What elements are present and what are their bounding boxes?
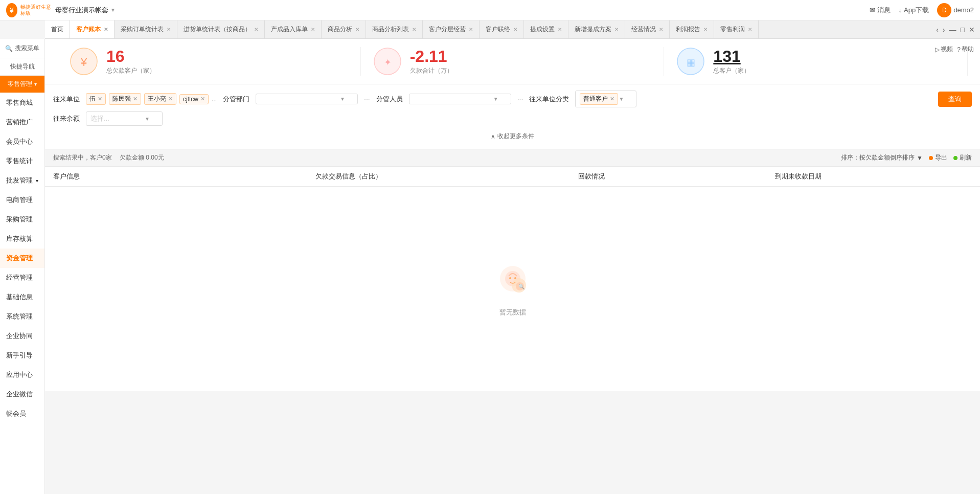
sidebar-item-retail-mall[interactable]: 零售商城 <box>0 93 44 113</box>
tab-prev-icon[interactable]: ‹ <box>935 25 940 35</box>
tab-product-inbound[interactable]: 产成品入库单 ✕ <box>265 20 322 39</box>
unit-class-tag[interactable]: 普通客户 ✕ <box>580 93 618 105</box>
tab-purchase-stats[interactable]: 进货单统计表（按商品） ✕ <box>177 20 265 39</box>
table-body: 🔍 暂无数据 <box>45 187 980 391</box>
sidebar-item-purchase[interactable]: 采购管理 <box>0 210 44 229</box>
empty-icon: 🔍 <box>492 261 533 302</box>
result-actions: 排序：按欠款金额倒序排序 ▼ 导出 刷新 <box>841 153 972 162</box>
tab-home[interactable]: 首页 <box>45 20 70 39</box>
dept-more-icon[interactable]: ··· <box>364 95 370 103</box>
tab-product-inbound-close[interactable]: ✕ <box>311 27 315 32</box>
sidebar-item-system[interactable]: 系统管理 <box>0 307 44 326</box>
sort-select[interactable]: 排序：按欠款金额倒序排序 ▼ <box>841 153 923 162</box>
tab-restore-icon[interactable]: □ <box>960 25 966 35</box>
tab-customer-ledger-close[interactable]: ✕ <box>104 27 108 32</box>
store-selector[interactable]: 母婴行业演示帐套 ▼ <box>55 6 116 15</box>
dept-select[interactable]: ▼ <box>256 94 358 104</box>
more-tags-btn[interactable]: ... <box>212 96 217 103</box>
customers-content: 16 总欠款客户（家） <box>106 48 155 75</box>
person-select[interactable]: ▼ <box>409 94 511 104</box>
tab-customer-tier-close[interactable]: ✕ <box>469 27 473 32</box>
tab-minimize-icon[interactable]: — <box>948 25 958 35</box>
video-help-btn[interactable]: ▷ 视频 <box>935 45 953 54</box>
filter-tag-wang[interactable]: 王小亮 ✕ <box>144 93 176 105</box>
app-download-btn[interactable]: ↓ App下载 <box>899 6 929 15</box>
stat-help-area: ▷ 视频 ? 帮助 <box>935 45 974 54</box>
filter-tag-chen[interactable]: 陈民强 ✕ <box>109 93 141 105</box>
sidebar-marketing-label: 营销推广 <box>6 118 33 127</box>
filter-tag-cjttcw-remove[interactable]: ✕ <box>200 96 205 102</box>
svg-text:✦: ✦ <box>383 57 391 68</box>
filter-tag-wu[interactable]: 伍 ✕ <box>86 93 106 105</box>
sidebar-basic-info-label: 基础信息 <box>6 293 33 302</box>
sidebar-item-operations-mgmt[interactable]: 经营管理 <box>0 268 44 287</box>
search-icon: 🔍 <box>5 45 13 52</box>
tab-purchase-order-stats[interactable]: 采购订单统计表 ✕ <box>115 20 177 39</box>
svg-text:¥: ¥ <box>80 56 87 69</box>
filter-tag-chen-remove[interactable]: ✕ <box>133 96 138 102</box>
tab-profit-report-close[interactable]: ✕ <box>703 27 708 32</box>
help-btn[interactable]: ? 帮助 <box>957 45 974 54</box>
unit-class-select[interactable]: 普通客户 ✕ ▼ <box>575 91 636 107</box>
sidebar-item-wholesale[interactable]: 批发管理 ▾ <box>0 171 44 190</box>
sidebar-wholesale-label: 批发管理 <box>6 176 33 185</box>
tab-product-analysis-list-close[interactable]: ✕ <box>412 27 416 32</box>
unit-class-tag-remove[interactable]: ✕ <box>610 96 614 102</box>
query-button[interactable]: 查询 <box>938 92 972 107</box>
tab-next-icon[interactable]: › <box>942 25 946 35</box>
balance-select[interactable]: 选择... ▼ <box>86 111 163 126</box>
tab-retail-profit-close[interactable]: ✕ <box>748 27 752 32</box>
tab-profit-report-label: 利润报告 <box>676 25 700 34</box>
tab-customer-tier[interactable]: 客户分层经营 ✕ <box>423 20 480 39</box>
amount-icon: ✦ <box>373 47 402 76</box>
tab-new-commission[interactable]: 新增提成方案 ✕ <box>568 20 625 39</box>
tab-product-analysis[interactable]: 商品分析 ✕ <box>322 20 366 39</box>
main-layout: 🔍 搜索菜单 快捷导航 零售管理 ▾ 零售商城 营销推广 会员中心 零售统计 批… <box>0 39 980 494</box>
tab-commission-settings[interactable]: 提成设置 ✕ <box>524 20 568 39</box>
tab-product-analysis-close[interactable]: ✕ <box>355 27 359 32</box>
sidebar-item-wechat[interactable]: 企业微信 <box>0 385 44 404</box>
tab-purchase-order-stats-close[interactable]: ✕ <box>167 27 171 32</box>
messages-btn[interactable]: ✉ 消息 <box>870 6 891 15</box>
amount-label: 欠款合计（万） <box>410 66 453 75</box>
sidebar-item-beginner[interactable]: 新手引导 <box>0 346 44 365</box>
sidebar-item-enterprise[interactable]: 企业协同 <box>0 326 44 346</box>
sidebar-item-inventory[interactable]: 库存核算 <box>0 229 44 249</box>
tab-customer-contact-close[interactable]: ✕ <box>513 27 517 32</box>
tab-customer-ledger[interactable]: 客户账本 ✕ <box>70 20 115 39</box>
sidebar-item-basic-info[interactable]: 基础信息 <box>0 287 44 307</box>
sidebar-item-app-center[interactable]: 应用中心 <box>0 365 44 385</box>
sidebar-item-marketing[interactable]: 营销推广 <box>0 113 44 132</box>
tab-operations-close[interactable]: ✕ <box>659 27 663 32</box>
sidebar-item-retail-stats[interactable]: 零售统计 <box>0 151 44 171</box>
help-label: 帮助 <box>962 45 974 54</box>
user-area[interactable]: D demo2 <box>937 3 974 17</box>
filter-collapse-btn[interactable]: ∧ 收起更多条件 <box>53 130 972 143</box>
tab-customer-contact[interactable]: 客户联络 ✕ <box>480 20 524 39</box>
sidebar-item-member[interactable]: 畅会员 <box>0 404 44 423</box>
tab-new-commission-close[interactable]: ✕ <box>614 27 619 32</box>
stat-amount: ✦ -2.11 欠款合计（万） <box>361 47 665 76</box>
store-dropdown-icon[interactable]: ▼ <box>110 7 116 13</box>
filter-tag-wu-remove[interactable]: ✕ <box>98 96 102 102</box>
person-more-icon[interactable]: ··· <box>517 95 523 103</box>
sidebar-item-membership[interactable]: 会员中心 <box>0 132 44 151</box>
tab-commission-settings-close[interactable]: ✕ <box>558 27 562 32</box>
tab-product-analysis-list[interactable]: 商品分析列表 ✕ <box>366 20 423 39</box>
sidebar-item-retail-mgmt[interactable]: 零售管理 ▾ <box>0 76 44 93</box>
customers-value: 16 <box>106 48 155 64</box>
sidebar-quick-nav[interactable]: 快捷导航 <box>0 58 44 76</box>
sidebar-search[interactable]: 🔍 搜索菜单 <box>0 39 44 58</box>
sidebar-retail-mgmt-label: 零售管理 <box>8 80 32 87</box>
tab-purchase-stats-close[interactable]: ✕ <box>254 27 258 32</box>
sidebar-item-finance[interactable]: 资金管理 <box>0 249 44 268</box>
export-btn[interactable]: 导出 <box>929 153 947 162</box>
refresh-btn[interactable]: 刷新 <box>953 153 972 162</box>
filter-tag-cjttcw[interactable]: cjttcw ✕ <box>179 94 209 104</box>
tab-profit-report[interactable]: 利润报告 ✕ <box>670 20 714 39</box>
tab-close-all-icon[interactable]: ✕ <box>968 25 976 35</box>
sidebar-item-ecommerce[interactable]: 电商管理 <box>0 190 44 210</box>
filter-tag-wang-remove[interactable]: ✕ <box>168 96 173 102</box>
tab-operations[interactable]: 经营情况 ✕ <box>625 20 670 39</box>
tab-retail-profit[interactable]: 零售利润 ✕ <box>714 20 759 39</box>
